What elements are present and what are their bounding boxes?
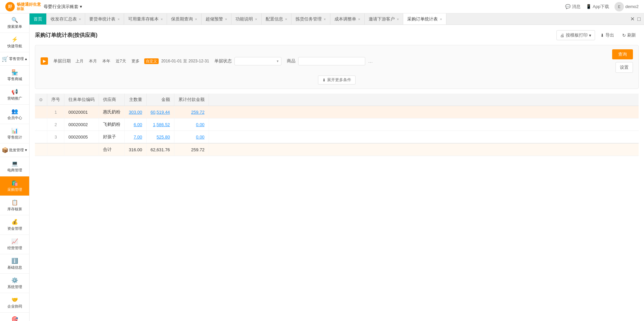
tab-available-stock[interactable]: 可用量库存账本 ×	[124, 13, 167, 25]
message-button[interactable]: 💬 消息	[565, 4, 581, 10]
sidebar-item-retail-stats[interactable]: 📊 零售统计	[0, 124, 29, 144]
goods-filter-more-icon[interactable]: …	[368, 58, 373, 64]
chevron-down-icon-2: ▼	[24, 148, 28, 152]
td-gear	[35, 106, 47, 118]
tab-close-icon[interactable]: ×	[195, 17, 197, 21]
tab-close-icon[interactable]: ×	[161, 17, 163, 21]
sidebar-item-quick-nav[interactable]: ⚡ 快捷导航	[0, 33, 29, 52]
query-button[interactable]: 查询	[612, 49, 633, 59]
tab-function-desc[interactable]: 功能说明 ×	[231, 13, 261, 25]
goods-input[interactable]	[298, 57, 365, 65]
tab-home[interactable]: 首页	[30, 13, 47, 25]
goods-filter-label: 商品	[287, 58, 296, 64]
sidebar-item-marketing[interactable]: 📢 营销推广	[0, 85, 29, 105]
tab-close-icon[interactable]: ×	[79, 17, 81, 21]
sidebar-item-search[interactable]: 🔍 搜索菜单	[0, 13, 29, 33]
td-quantity[interactable]: 7.00	[125, 131, 147, 144]
sidebar-item-operation-mgmt[interactable]: 📈 经营管理	[0, 235, 29, 254]
print-button[interactable]: 🖨 按模板打印 ▾	[556, 30, 595, 40]
sidebar-item-wholesale-mgmt[interactable]: 📦 批发管理 ▼	[0, 144, 29, 157]
chevron-down-icon: ▲	[24, 57, 28, 61]
date-btn-7days[interactable]: 近7天	[114, 58, 128, 65]
setting-button[interactable]: 设置	[615, 62, 633, 73]
date-btn-this-year[interactable]: 本年	[100, 58, 112, 65]
tab-expand-button[interactable]: □	[637, 15, 641, 23]
td-paid-amount[interactable]: 259.72	[174, 106, 209, 118]
page-header: 采购订单统计表(按供应商) 🖨 按模板打印 ▾ ⬇ 导出 ↻ 刷新	[35, 30, 639, 40]
sidebar-item-inventory-check[interactable]: 📋 库存核算	[0, 196, 29, 215]
app-download-button[interactable]: 📱 App下载	[586, 4, 609, 10]
sidebar: 🔍 搜索菜单 ⚡ 快捷导航 🛒 零售管理 ▲ 🏪 零售商城 📢 营销推广 👥 会…	[0, 13, 30, 321]
tab-close-all-button[interactable]: ✕	[630, 15, 635, 23]
retail-stats-icon: 📊	[11, 127, 18, 134]
sidebar-item-retail-mall[interactable]: 🏪 零售商城	[0, 66, 29, 85]
sidebar-item-basic-info[interactable]: ℹ️ 基础信息	[0, 254, 29, 274]
tab-close-icon[interactable]: ×	[397, 17, 399, 21]
table-row: 3 00020005 好孩子 7.00 525.80 0.00	[35, 131, 639, 144]
tab-bar-end: ✕ □	[627, 15, 644, 23]
tab-label: 功能说明	[235, 16, 253, 22]
status-select[interactable]	[234, 57, 281, 65]
date-btn-last-month[interactable]: 上月	[73, 58, 86, 65]
table-wrapper: ⚙ 序号 往来单位编码 供应商 主数量 金额 累计付款金额	[35, 94, 639, 316]
inventory-icon: 📋	[11, 199, 18, 206]
tab-close-icon[interactable]: ×	[255, 17, 257, 21]
tab-receive-summary[interactable]: 收发存汇总表 ×	[47, 13, 85, 25]
tab-cost-adjust[interactable]: 成本调整单 ×	[330, 13, 365, 25]
td-paid-amount[interactable]: 0.00	[174, 131, 209, 144]
tab-goods-stats[interactable]: 要货单统计表 ×	[85, 13, 124, 25]
expand-more-button[interactable]: ⬇ 展开更多条件	[318, 75, 356, 85]
td-supplier-name: 飞鹤奶粉	[99, 118, 125, 131]
tab-purchase-order-stats[interactable]: 采购订单统计表 ×	[403, 13, 446, 25]
td-quantity[interactable]: 6.00	[125, 118, 147, 131]
td-amount[interactable]: 60,519.44	[146, 106, 174, 118]
td-amount[interactable]: 525.80	[146, 131, 174, 144]
table-footer-row: 合计 316.00 62,631.76 259.72	[35, 143, 639, 156]
tab-config-info[interactable]: 配置信息 ×	[262, 13, 291, 25]
td-amount[interactable]: 1,586.52	[146, 118, 174, 131]
td-paid-amount[interactable]: 0.00	[174, 118, 209, 131]
tab-picking-task[interactable]: 拣货任务管理 ×	[291, 13, 330, 25]
tab-close-icon[interactable]: ×	[440, 17, 442, 21]
table-row: 2 00020002 飞鹤奶粉 6.00 1,586.52 0.00	[35, 118, 639, 131]
sidebar-item-finance-mgmt[interactable]: 💰 资金管理	[0, 215, 29, 235]
sidebar-item-new-user-guide[interactable]: 🎯 新手引导	[0, 313, 29, 321]
workspace-selector[interactable]: 母婴行业演示账套 ▾	[44, 4, 82, 10]
logo-icon: 好	[5, 2, 15, 11]
tab-label: 采购订单统计表	[407, 16, 438, 22]
refresh-button[interactable]: ↻ 刷新	[620, 31, 639, 40]
th-gear[interactable]: ⚙	[35, 94, 47, 106]
sidebar-item-member-center[interactable]: 👥 会员中心	[0, 105, 29, 124]
refresh-icon: ↻	[622, 33, 626, 38]
tab-close-icon[interactable]: ×	[225, 17, 227, 21]
sidebar-item-retail-mgmt[interactable]: 🛒 零售管理 ▲	[0, 52, 29, 66]
date-btn-more[interactable]: 更多	[129, 58, 142, 65]
sidebar-item-purchase-mgmt[interactable]: 🛍️ 采购管理	[0, 176, 29, 196]
td-quantity[interactable]: 303.00	[125, 106, 147, 118]
tab-close-icon[interactable]: ×	[358, 17, 360, 21]
date-btn-this-month[interactable]: 本月	[87, 58, 99, 65]
sidebar-item-system-mgmt[interactable]: ⚙️ 系统管理	[0, 274, 29, 293]
tab-invite-downstream[interactable]: 邀请下游客户 ×	[365, 13, 403, 25]
tab-close-icon[interactable]: ×	[117, 17, 119, 21]
filter-toggle-button[interactable]: ▶	[41, 57, 48, 65]
tab-warranty-query[interactable]: 保质期查询 ×	[167, 13, 201, 25]
td-supplier-code: 00020001	[64, 106, 99, 118]
sidebar-item-ecommerce-mgmt[interactable]: 💻 电商管理	[0, 157, 29, 176]
sidebar-item-enterprise-collab[interactable]: 🤝 企业协同	[0, 293, 29, 313]
tab-close-icon[interactable]: ×	[285, 17, 287, 21]
new-user-guide-icon: 🎯	[11, 316, 18, 321]
th-amount: 金额	[146, 94, 174, 106]
td-extra	[209, 118, 639, 131]
export-button[interactable]: ⬇ 导出	[598, 31, 617, 40]
tab-label: 要货单统计表	[89, 16, 115, 22]
th-supplier-code: 往来单位编码	[64, 94, 99, 106]
data-table: ⚙ 序号 往来单位编码 供应商 主数量 金额 累计付款金额	[35, 94, 639, 156]
user-avatar[interactable]: E demo2	[614, 2, 639, 11]
tab-close-icon[interactable]: ×	[324, 17, 326, 21]
td-gear	[35, 131, 47, 144]
status-select-wrapper: ▾	[234, 57, 281, 65]
tab-label: 保质期查询	[171, 16, 193, 22]
marketing-icon: 📢	[11, 89, 18, 95]
tab-overstock-warning[interactable]: 超储预警 ×	[202, 13, 231, 25]
